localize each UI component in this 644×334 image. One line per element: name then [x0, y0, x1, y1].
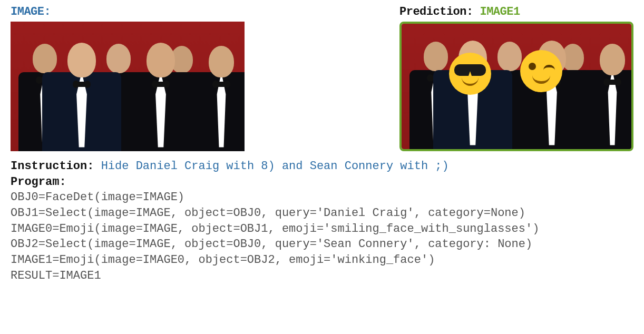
input-image: [11, 22, 245, 151]
instruction-line: Instruction: Hide Daniel Craig with 8) a…: [11, 159, 633, 174]
image-label: IMAGE:: [11, 5, 51, 18]
program-label: Program:: [11, 175, 66, 189]
instruction-label: Instruction:: [11, 160, 101, 173]
program-line-0: OBJ0=FaceDet(image=IMAGE): [11, 190, 633, 205]
figure-top-row: IMAGE:: [11, 5, 633, 151]
program-line-3: OBJ2=Select(image=IMAGE, object=OBJ0, qu…: [11, 237, 633, 252]
prediction-label: Prediction:: [399, 5, 480, 18]
instruction-text: Hide Daniel Craig with 8) and Sean Conne…: [101, 160, 449, 173]
wink-emoji-icon: [520, 50, 562, 92]
input-image-illustration: [11, 22, 245, 151]
prediction-image: [399, 22, 633, 151]
figure-text-block: Instruction: Hide Daniel Craig with 8) a…: [11, 159, 633, 284]
prediction-label-row: Prediction: IMAGE1: [399, 5, 633, 18]
program-line-1: OBJ1=Select(image=IMAGE, object=OBJ0, qu…: [11, 205, 633, 221]
program-line-4: IMAGE1=Emoji(image=IMAGE0, object=OBJ2, …: [11, 252, 633, 268]
input-image-column: IMAGE:: [11, 5, 245, 151]
prediction-value: IMAGE1: [480, 5, 520, 18]
prediction-image-column: Prediction: IMAGE1: [399, 5, 633, 151]
sunglasses-emoji-icon: [449, 53, 491, 95]
program-line-5: RESULT=IMAGE1: [11, 268, 633, 284]
program-line-2: IMAGE0=Emoji(image=IMAGE, object=OBJ1, e…: [11, 221, 633, 237]
image-label-row: IMAGE:: [11, 5, 245, 18]
prediction-image-illustration: [402, 24, 631, 149]
program-label-line: Program:: [11, 174, 633, 190]
